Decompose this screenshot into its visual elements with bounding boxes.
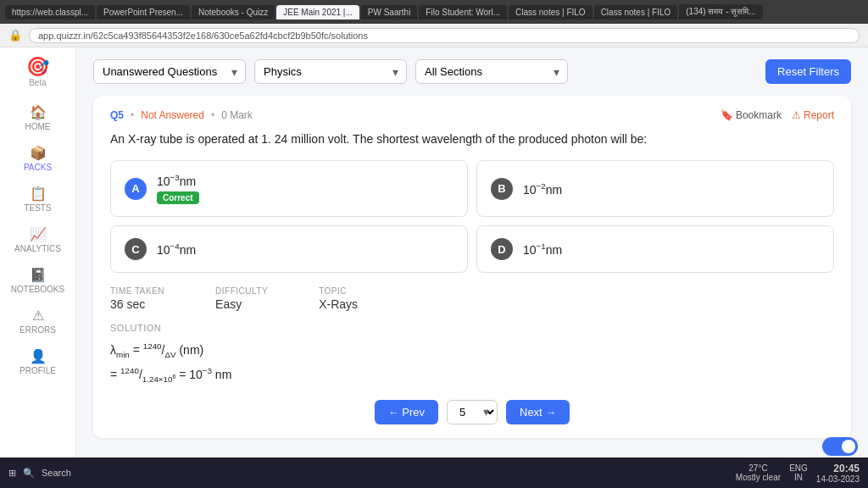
- tab-youtube[interactable]: (134) समय - सूसमि...: [679, 4, 762, 19]
- sidebar-label-home: HOME: [25, 122, 51, 131]
- option-c-card[interactable]: C 10−4nm: [110, 225, 468, 273]
- subject-filter[interactable]: Physics: [254, 59, 407, 84]
- filter-bar: Unanswered Questions Physics All Section…: [93, 59, 851, 84]
- report-button[interactable]: ⚠ Report: [792, 109, 834, 121]
- tab-classpl[interactable]: https://web.classpl...: [5, 5, 95, 19]
- sidebar-logo: 🎯 Beta: [26, 56, 49, 87]
- sidebar-item-profile[interactable]: 👤 PROFILE: [4, 343, 72, 380]
- bookmark-button[interactable]: 🔖 Bookmark: [721, 109, 782, 121]
- logo-icon: 🎯: [26, 56, 49, 78]
- sidebar-item-packs[interactable]: 📦 PACKS: [4, 140, 72, 177]
- stat-topic: TOPIC X-Rays: [319, 286, 358, 311]
- time-value: 20:45: [833, 463, 860, 474]
- option-d-content: 10−1nm: [523, 241, 562, 257]
- taskbar-start[interactable]: ⊞: [8, 468, 16, 479]
- sidebar-item-notebooks[interactable]: 📓 NOTEBOOKS: [4, 262, 72, 299]
- difficulty-label: DIFFICULTY: [215, 286, 268, 296]
- option-b-math: 10−2nm: [523, 181, 562, 197]
- sidebar-label-profile: PROFILE: [19, 366, 56, 375]
- taskbar-search-label[interactable]: Search: [42, 468, 71, 478]
- toggle-switch[interactable]: [822, 437, 858, 456]
- option-d-math: 10−1nm: [523, 241, 562, 257]
- next-button[interactable]: Next →: [506, 400, 570, 424]
- weather-desc: Mostly clear: [736, 473, 781, 482]
- topic-value: X-Rays: [319, 297, 358, 311]
- taskbar: ⊞ 🔍 Search 27°C Mostly clear ENG IN 20:4…: [0, 458, 868, 488]
- tests-icon: 📋: [30, 186, 47, 202]
- time-taken-label: TIME TAKEN: [110, 286, 164, 296]
- tab-powerpoint[interactable]: PowerPoint Presen...: [97, 5, 190, 19]
- option-a-card[interactable]: A 10−3nm Correct: [110, 160, 468, 217]
- url-input[interactable]: app.quizzr.in/62c5ca493f85644353f2e168/6…: [29, 28, 860, 43]
- page-select[interactable]: 5: [447, 400, 498, 424]
- question-meta-left: Q5 • Not Answered • 0 Mark: [110, 109, 253, 121]
- weather-temp: 27°C: [748, 463, 767, 473]
- option-a-math: 10−3nm: [157, 173, 199, 188]
- option-d-card[interactable]: D 10−1nm: [476, 225, 834, 273]
- solution-line2: = 1240/1.24×106 = 10−3 nm: [110, 363, 834, 387]
- sidebar-label-errors: ERRORS: [19, 325, 56, 335]
- sidebar-item-home[interactable]: 🏠 HOME: [4, 99, 72, 136]
- solution-line1: λmin = 1240/ΔV (nm): [110, 338, 834, 363]
- meta-dot-1: •: [131, 109, 134, 121]
- page-select-wrap: 5: [447, 400, 498, 424]
- notebooks-icon: 📓: [30, 267, 47, 283]
- taskbar-time: 20:45 14-03-2023: [816, 463, 860, 484]
- tab-classnotes2[interactable]: Class notes | FILO: [594, 5, 678, 19]
- option-a-content: 10−3nm Correct: [157, 173, 199, 204]
- sidebar-item-tests[interactable]: 📋 TESTS: [4, 180, 72, 218]
- option-c-content: 10−4nm: [157, 241, 196, 257]
- subject-filter-wrap: Physics: [254, 59, 407, 84]
- sidebar-label-notebooks: NOTEBOOKS: [11, 285, 64, 294]
- section-filter-wrap: All Sections: [415, 59, 568, 84]
- tab-jee[interactable]: JEE Main 2021 |...: [276, 5, 359, 19]
- option-b-card[interactable]: B 10−2nm: [476, 160, 834, 217]
- option-c-label: C: [125, 238, 147, 260]
- bookmark-label: Bookmark: [736, 109, 782, 121]
- sidebar-item-analytics[interactable]: 📈 ANALYTICS: [4, 221, 72, 258]
- time-taken-value: 36 sec: [110, 297, 164, 311]
- tab-pw[interactable]: PW Saarthi: [361, 5, 418, 19]
- prev-button[interactable]: ← Prev: [375, 400, 438, 424]
- question-filter-wrap: Unanswered Questions: [93, 59, 246, 84]
- sidebar-item-errors[interactable]: ⚠ ERRORS: [4, 302, 72, 340]
- option-d-label: D: [491, 238, 513, 260]
- question-filter[interactable]: Unanswered Questions: [93, 59, 246, 84]
- profile-icon: 👤: [30, 348, 47, 364]
- solution-math: λmin = 1240/ΔV (nm) = 1240/1.24×106 = 10…: [110, 338, 834, 388]
- report-label: Report: [804, 109, 834, 121]
- question-number: Q5: [110, 109, 124, 121]
- option-a-label: A: [125, 178, 147, 200]
- sidebar-label-tests: TESTS: [24, 203, 51, 213]
- topic-label: TOPIC: [319, 286, 358, 296]
- option-c-math: 10−4nm: [157, 241, 196, 257]
- app-body: 🎯 Beta 🏠 HOME 📦 PACKS 📋 TESTS 📈 ANALYTIC…: [0, 47, 868, 458]
- stat-difficulty: DIFFICULTY Easy: [215, 286, 268, 311]
- taskbar-search-icon[interactable]: 🔍: [23, 468, 35, 479]
- tab-notebooks[interactable]: Notebooks - Quizz: [192, 5, 275, 19]
- question-meta: Q5 • Not Answered • 0 Mark 🔖 Bookmark ⚠ …: [110, 109, 834, 121]
- analytics-icon: 📈: [30, 226, 47, 242]
- solution-label: SOLUTION: [110, 323, 834, 333]
- main-content: Unanswered Questions Physics All Section…: [76, 47, 868, 458]
- solution-section: SOLUTION λmin = 1240/ΔV (nm) = 1240/1.24…: [110, 323, 834, 388]
- reset-filters-button[interactable]: Reset Filters: [765, 59, 851, 84]
- lang-region: IN: [794, 473, 803, 482]
- date-value: 14-03-2023: [816, 474, 860, 484]
- tab-filo[interactable]: Filo Student: Worl...: [419, 5, 507, 19]
- tab-classnotes1[interactable]: Class notes | FILO: [509, 5, 593, 19]
- option-b-content: 10−2nm: [523, 181, 562, 197]
- stats-row: TIME TAKEN 36 sec DIFFICULTY Easy TOPIC …: [110, 286, 834, 311]
- difficulty-value: Easy: [215, 297, 268, 311]
- taskbar-right: 27°C Mostly clear ENG IN 20:45 14-03-202…: [736, 463, 860, 484]
- question-card: Q5 • Not Answered • 0 Mark 🔖 Bookmark ⚠ …: [93, 96, 851, 438]
- option-b-label: B: [491, 178, 513, 200]
- options-grid: A 10−3nm Correct B 10−2nm C: [110, 160, 834, 273]
- tab-bar: https://web.classpl... PowerPoint Presen…: [0, 0, 868, 24]
- taskbar-lang: ENG IN: [789, 463, 808, 482]
- sidebar-label-packs: PACKS: [24, 163, 52, 172]
- sidebar: 🎯 Beta 🏠 HOME 📦 PACKS 📋 TESTS 📈 ANALYTIC…: [0, 47, 76, 458]
- correct-badge: Correct: [157, 191, 199, 204]
- question-actions: 🔖 Bookmark ⚠ Report: [721, 109, 834, 121]
- section-filter[interactable]: All Sections: [415, 59, 568, 84]
